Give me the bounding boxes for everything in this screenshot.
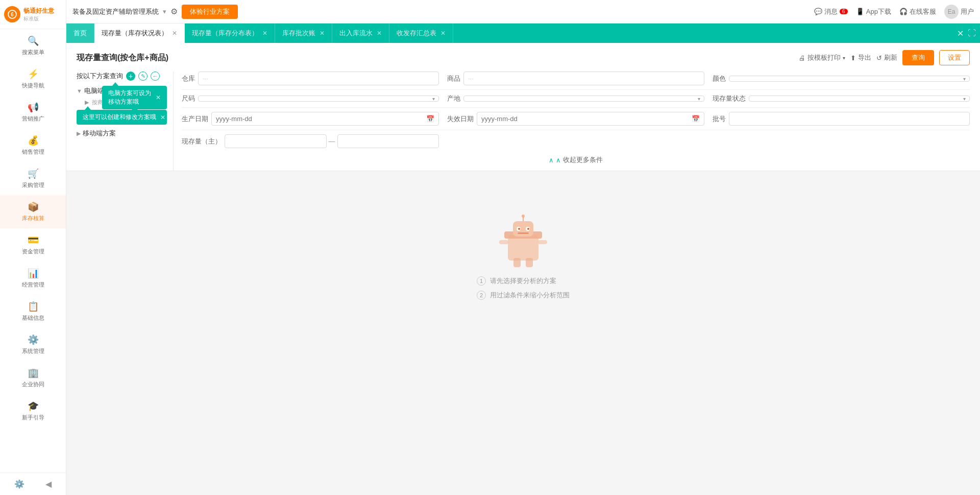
expiry-date-input[interactable] xyxy=(477,112,688,125)
sidebar-item-search[interactable]: 🔍 搜索菜单 xyxy=(0,29,66,62)
print-icon: 🖨 xyxy=(799,54,805,62)
tab-batch-account[interactable]: 库存批次账 ✕ xyxy=(275,23,332,43)
page-title: 现存量查询(按仓库+商品) xyxy=(77,53,168,63)
sidebar-item-finance[interactable]: 💳 资金管理 xyxy=(0,228,66,262)
size-dropdown-icon: ▾ xyxy=(432,96,435,102)
sidebar-item-system[interactable]: ⚙️ 系统管理 xyxy=(0,328,66,361)
sidebar-item-operations[interactable]: 📊 经营管理 xyxy=(0,262,66,295)
quick-nav-icon: ⚡ xyxy=(28,68,39,80)
color-label: 颜色 xyxy=(713,74,726,83)
tab-collection-summary[interactable]: 收发存汇总表 ✕ xyxy=(389,23,453,43)
batch-no-label: 批号 xyxy=(713,114,726,124)
arrow-scheme-btn[interactable]: ← xyxy=(151,72,160,81)
mobile-scheme-header[interactable]: ▶ 移动端方案 xyxy=(77,125,167,139)
marketing-icon: 📢 xyxy=(28,102,39,113)
edit-scheme-btn[interactable]: ✎ xyxy=(138,72,148,81)
user-menu-btn[interactable]: Ea 用户 xyxy=(944,5,974,19)
batch-no-input[interactable] xyxy=(729,112,970,126)
filter-cell-stock-status: 现存量状态 ▾ xyxy=(713,94,970,103)
tab-fullscreen-btn[interactable]: ⛶ xyxy=(968,29,976,38)
stock-status-label: 现存量状态 xyxy=(713,94,746,103)
industry-solution-btn[interactable]: 体验行业方案 xyxy=(182,5,238,19)
svg-point-8 xyxy=(527,228,529,230)
production-date-calendar-icon[interactable]: 📅 xyxy=(422,115,438,123)
refresh-icon: ↺ xyxy=(876,54,882,62)
svg-rect-2 xyxy=(508,235,538,261)
sidebar-item-sales[interactable]: 💰 销售管理 xyxy=(0,129,66,162)
tab-stock-status[interactable]: 现存量（库存状况表） ✕ xyxy=(94,23,185,43)
footer-settings-btn[interactable]: ⚙️ xyxy=(14,479,24,489)
stock-status-select-wrapper: ▾ xyxy=(749,96,970,102)
size-label: 尺码 xyxy=(182,94,195,103)
current-stock-min-input[interactable] xyxy=(225,134,327,148)
sidebar-item-purchase[interactable]: 🛒 采购管理 xyxy=(0,162,66,195)
message-btn[interactable]: 💬 消息 6 xyxy=(814,7,848,16)
tab-close-stock-dist[interactable]: ✕ xyxy=(262,30,267,37)
filter-row-1: 仓库 ··· 商品 ··· xyxy=(182,72,970,90)
print-dropdown-icon: ▾ xyxy=(843,55,845,61)
export-btn[interactable]: ⬆ 导出 xyxy=(850,53,871,62)
sidebar-item-inventory[interactable]: 📦 库存核算 xyxy=(0,195,66,228)
online-support-btn[interactable]: 🎧 在线客服 xyxy=(899,7,936,16)
current-stock-max-input[interactable] xyxy=(337,134,439,148)
filter-header: 按以下方案查询 + ✎ ← 电脑方案可设为移动方案哦 ✕ xyxy=(77,72,167,81)
user-avatar: Ea xyxy=(944,5,959,19)
collapse-btn[interactable]: ∧ ∧ 收起更多条件 xyxy=(549,155,603,164)
app-download-btn[interactable]: 📱 App下载 xyxy=(856,7,891,16)
product-input[interactable]: ··· xyxy=(463,72,704,85)
tab-close-stock-status[interactable]: ✕ xyxy=(172,30,177,37)
topbar-dropdown-icon[interactable]: ▾ xyxy=(163,8,166,15)
tooltip1-close-btn[interactable]: ✕ xyxy=(156,94,161,101)
system-icon: ⚙️ xyxy=(28,334,39,345)
tooltip2-arrow xyxy=(85,106,91,110)
filter-cell-size: 尺码 ▾ xyxy=(182,94,439,103)
filter-row-2: 尺码 ▾ 产地 ▾ xyxy=(182,90,970,108)
color-select[interactable] xyxy=(729,76,970,82)
topbar-settings-icon[interactable]: ⚙ xyxy=(170,7,178,16)
sidebar-item-quick-nav[interactable]: ⚡ 快捷导航 xyxy=(0,62,66,96)
guide-icon: 🎓 xyxy=(28,400,39,412)
tab-close-inout-flow[interactable]: ✕ xyxy=(377,30,382,37)
production-date-input-wrapper: 📅 xyxy=(211,112,439,126)
sidebar-item-enterprise[interactable]: 🏢 企业协同 xyxy=(0,361,66,394)
empty-steps: 1 请先选择要分析的方案 2 用过滤条件来缩小分析范围 xyxy=(477,276,570,300)
warehouse-input[interactable]: ··· xyxy=(198,72,439,85)
add-scheme-btn[interactable]: + xyxy=(126,72,135,81)
svg-point-11 xyxy=(522,215,525,218)
settings-btn[interactable]: 设置 xyxy=(939,50,970,65)
stock-status-select[interactable] xyxy=(749,96,970,102)
filter-cell-color: 颜色 ▾ xyxy=(713,74,970,83)
system-title: 装备及固定资产辅助管理系统 xyxy=(72,7,159,16)
origin-select-wrapper: ▾ xyxy=(463,96,704,102)
filter-row-4: 现存量（主） — xyxy=(182,130,970,152)
tab-close-all-btn[interactable]: ✕ xyxy=(957,29,964,38)
size-select[interactable] xyxy=(198,96,439,102)
svg-text:6: 6 xyxy=(11,12,14,17)
filter-form: 仓库 ··· 商品 ··· xyxy=(174,72,970,171)
tab-stock-dist[interactable]: 现存量（库存分布表） ✕ xyxy=(185,23,275,43)
svg-point-7 xyxy=(518,228,520,230)
sales-icon: 💰 xyxy=(28,135,39,146)
origin-select[interactable] xyxy=(463,96,704,102)
empty-step-2: 2 用过滤条件来缩小分析范围 xyxy=(477,291,570,300)
sidebar-item-basic-info[interactable]: 📋 基础信息 xyxy=(0,295,66,328)
tabbar-actions: ✕ ⛶ xyxy=(953,29,980,38)
tooltip2-close-btn[interactable]: ✕ xyxy=(160,114,165,121)
tab-inout-flow[interactable]: 出入库流水 ✕ xyxy=(332,23,389,43)
tab-close-batch-account[interactable]: ✕ xyxy=(320,30,325,37)
footer-collapse-btn[interactable]: ◀ xyxy=(45,479,52,489)
refresh-btn[interactable]: ↺ 刷新 xyxy=(876,53,897,62)
expiry-date-calendar-icon[interactable]: 📅 xyxy=(688,115,704,123)
query-btn[interactable]: 查询 xyxy=(902,50,934,65)
filter-cell-batch-no: 批号 xyxy=(713,112,970,126)
production-date-input[interactable] xyxy=(212,112,422,125)
logo: 6 畅通好生意 标准版 xyxy=(0,0,66,29)
filter-cell-production-date: 生产日期 📅 xyxy=(182,112,439,126)
sidebar-item-guide[interactable]: 🎓 新手引导 xyxy=(0,394,66,428)
print-btn[interactable]: 🖨 按模板打印 ▾ xyxy=(799,53,845,62)
tab-home[interactable]: 首页 xyxy=(66,23,94,43)
filter-row-3: 生产日期 📅 失效日期 � xyxy=(182,108,970,130)
tab-close-collection-summary[interactable]: ✕ xyxy=(440,30,446,37)
main-area: 装备及固定资产辅助管理系统 ▾ ⚙ 体验行业方案 💬 消息 6 📱 App下载 … xyxy=(66,0,980,495)
sidebar-item-marketing[interactable]: 📢 营销推广 xyxy=(0,96,66,129)
